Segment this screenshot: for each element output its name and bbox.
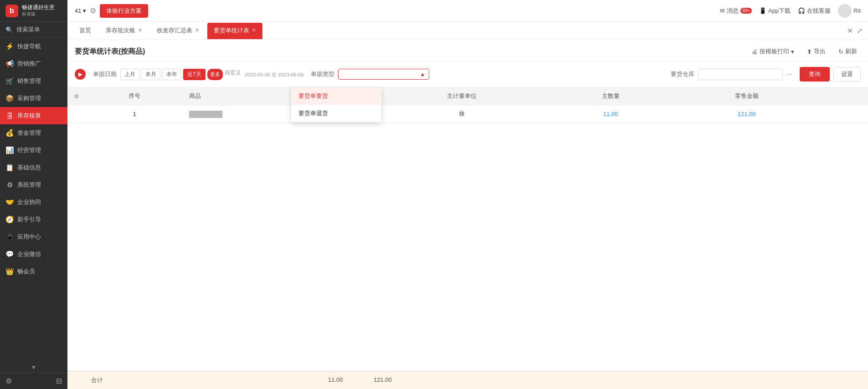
sidebar-item-label: 企业微信 bbox=[17, 250, 41, 258]
footer-spacer-unit bbox=[287, 376, 328, 384]
type-select[interactable]: ▲ bbox=[338, 69, 429, 80]
message-btn[interactable]: ✉ 消息 99+ bbox=[720, 7, 752, 15]
col-settings[interactable]: ⚙ bbox=[67, 87, 86, 105]
date-label: 单据日期 bbox=[93, 70, 117, 78]
online-service-label: 在线客服 bbox=[807, 7, 831, 15]
query-btn[interactable]: 查询 bbox=[800, 67, 830, 82]
cell-amount: 121.00 bbox=[672, 105, 821, 123]
sidebar-item-label: 应用中心 bbox=[17, 233, 41, 241]
sidebar-item-wechat[interactable]: 💬 企业微信 bbox=[0, 246, 67, 263]
sidebar-item-operations[interactable]: 📊 经营管理 bbox=[0, 142, 67, 159]
tab-close-icon[interactable]: ✕ bbox=[138, 27, 142, 33]
sidebar-item-inventory[interactable]: 🗄 库存核算 bbox=[0, 107, 67, 124]
refresh-btn[interactable]: ↻ 刷新 bbox=[835, 46, 861, 57]
sidebar-search-label: 搜索菜单 bbox=[16, 26, 40, 34]
sidebar-item-system[interactable]: ⚙ 系统管理 bbox=[0, 176, 67, 194]
this-year-btn[interactable]: 本年 bbox=[162, 69, 181, 80]
col-extra bbox=[821, 87, 868, 105]
tab-home[interactable]: 首页 bbox=[73, 23, 98, 39]
export-label: 导出 bbox=[814, 47, 826, 56]
company-selector[interactable]: 41 ▾ bbox=[75, 7, 86, 14]
sidebar-item-app[interactable]: 📱 应用中心 bbox=[0, 228, 67, 246]
col-amount: 零售金额 bbox=[672, 87, 821, 105]
tab-close-active-icon[interactable]: ✕ bbox=[252, 27, 256, 33]
tab-close-icon[interactable]: ✕ bbox=[195, 27, 199, 33]
filter-action-btns: 查询 设置 bbox=[800, 67, 861, 82]
last-month-btn[interactable]: 上月 bbox=[120, 69, 139, 80]
sidebar-item-marketing[interactable]: 📢 营销推广 bbox=[0, 55, 67, 72]
settings-gear-icon[interactable]: ⚙ bbox=[5, 377, 12, 385]
type-filter-group: 单据类型 ▲ 要货单要货 要货单退货 bbox=[311, 69, 663, 80]
headset-icon: 🎧 bbox=[798, 7, 805, 14]
export-btn[interactable]: ⬆ 导出 bbox=[803, 46, 829, 57]
tab-label: 库存批次账 bbox=[106, 26, 135, 35]
table-row: 1 ████████ 块 11.00 121.00 bbox=[67, 105, 868, 123]
page-header: 要货单统计表(按商品) 🖨 按模板打印 ▾ ⬆ 导出 ↻ 刷新 bbox=[67, 40, 868, 61]
cell-seq: 1 bbox=[86, 105, 184, 123]
date-range-text: 2023-05-06 至 2023-06-06 bbox=[245, 72, 304, 78]
member-icon: 👑 bbox=[5, 267, 14, 276]
settings-icon[interactable]: ⚙ bbox=[90, 6, 96, 15]
sidebar-item-label: 新手引导 bbox=[17, 215, 41, 224]
company-name: 41 bbox=[75, 7, 81, 14]
user-avatar[interactable]: Rit bbox=[838, 4, 861, 18]
warehouse-input[interactable] bbox=[698, 69, 783, 80]
dropdown-item-demand-order[interactable]: 要货单要货 bbox=[291, 87, 381, 105]
sidebar-item-purchase[interactable]: 📦 采购管理 bbox=[0, 90, 67, 107]
sidebar-item-finance[interactable]: 💰 资金管理 bbox=[0, 124, 67, 142]
sidebar-item-label: 企业协同 bbox=[17, 198, 41, 206]
quick-nav-icon: ⚡ bbox=[5, 42, 14, 51]
collapse-icon[interactable]: ⊟ bbox=[56, 377, 62, 385]
dropdown-item-demand-return[interactable]: 要货单退货 bbox=[291, 105, 381, 122]
search-icon: 🔍 bbox=[5, 26, 13, 33]
topbar: 41 ▾ ⚙ 体验行业方案 ✉ 消息 99+ 📱 App下载 🎧 在线客服 R bbox=[67, 0, 868, 22]
phone-icon: 📱 bbox=[759, 7, 766, 14]
sidebar-scroll-down[interactable]: ▼ bbox=[0, 362, 67, 373]
more-dates-btn[interactable]: 更多 bbox=[207, 69, 223, 80]
tab-bar: 首页 库存批次账 ✕ 收发存汇总表 ✕ 要货单统计表 ✕ ✕ ⤢ bbox=[67, 22, 868, 40]
sidebar-item-label: 经营管理 bbox=[17, 146, 41, 154]
setting-btn[interactable]: 设置 bbox=[833, 67, 861, 82]
amount-link[interactable]: 121.00 bbox=[738, 111, 756, 118]
tab-close-all-icon[interactable]: ✕ bbox=[847, 26, 853, 35]
filter-more-btn[interactable]: ··· bbox=[786, 70, 792, 78]
print-template-btn[interactable]: 🖨 按模板打印 ▾ bbox=[748, 46, 798, 57]
tab-maximize-icon[interactable]: ⤢ bbox=[857, 26, 863, 35]
tab-receive-summary[interactable]: 收发存汇总表 ✕ bbox=[150, 23, 205, 39]
sidebar-nav: ⚡ 快捷导航 📢 营销推广 🛒 销售管理 📦 采购管理 🗄 库存核算 💰 资金管… bbox=[0, 38, 67, 362]
tab-demand-stat[interactable]: 要货单统计表 ✕ bbox=[207, 23, 262, 39]
filter-expand-btn[interactable]: ▶ bbox=[75, 69, 86, 80]
sidebar-item-sales[interactable]: 🛒 销售管理 bbox=[0, 72, 67, 90]
sidebar-search[interactable]: 🔍 搜索菜单 bbox=[0, 22, 67, 38]
footer-spacer-product bbox=[155, 376, 287, 384]
topbar-left: 41 ▾ ⚙ 体验行业方案 bbox=[75, 4, 720, 18]
tab-inventory-batch[interactable]: 库存批次账 ✕ bbox=[99, 23, 149, 39]
sidebar-item-quick-nav[interactable]: ⚡ 快捷导航 bbox=[0, 38, 67, 55]
tab-bar-right: ✕ ⤢ bbox=[847, 26, 863, 35]
last-7days-btn[interactable]: 近7天 bbox=[183, 69, 205, 80]
custom-date-btn[interactable]: 自定义 bbox=[225, 69, 241, 80]
footer-label: 合计 bbox=[73, 376, 155, 384]
sidebar-item-member[interactable]: 👑 畅会员 bbox=[0, 263, 67, 280]
sidebar-item-enterprise[interactable]: 🤝 企业协同 bbox=[0, 194, 67, 211]
filter-bar: ▶ 单据日期 上月 本月 本年 近7天 更多 自定义 2023-05-06 至 … bbox=[67, 61, 868, 87]
industry-btn[interactable]: 体验行业方案 bbox=[100, 4, 148, 18]
cell-extra bbox=[821, 105, 868, 123]
app-download-btn[interactable]: 📱 App下载 bbox=[759, 7, 791, 15]
sidebar-item-guide[interactable]: 🧭 新手引导 bbox=[0, 211, 67, 228]
sidebar-item-base[interactable]: 📋 基础信息 bbox=[0, 159, 67, 176]
col-quantity: 主数量 bbox=[549, 87, 673, 105]
enterprise-icon: 🤝 bbox=[5, 198, 14, 206]
col-seq: 序号 bbox=[86, 87, 184, 105]
message-label: 消息 bbox=[727, 7, 739, 15]
table-footer: 合计 11.00 121.00 bbox=[67, 371, 868, 389]
sidebar-item-label: 基础信息 bbox=[17, 164, 41, 172]
page-header-actions: 🖨 按模板打印 ▾ ⬆ 导出 ↻ 刷新 bbox=[748, 46, 861, 57]
sales-icon: 🛒 bbox=[5, 77, 14, 85]
this-month-btn[interactable]: 本月 bbox=[141, 69, 160, 80]
table-header-row: ⚙ 序号 商品 主计量单位 主数量 零售金额 bbox=[67, 87, 868, 105]
online-service-btn[interactable]: 🎧 在线客服 bbox=[798, 7, 831, 15]
app-icon: 📱 bbox=[5, 233, 14, 241]
quantity-link[interactable]: 11.00 bbox=[603, 111, 618, 118]
cell-quantity: 11.00 bbox=[549, 105, 673, 123]
